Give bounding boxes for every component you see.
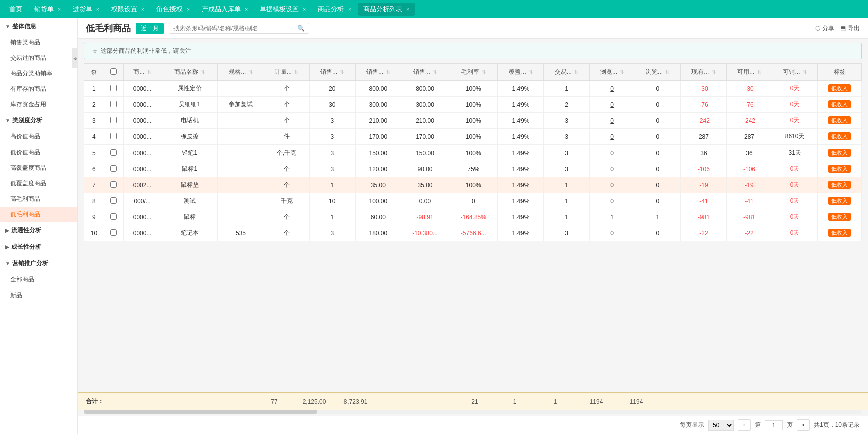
sidebar-item-traded-goods[interactable]: 交易过的商品: [0, 50, 77, 66]
search-input[interactable]: [173, 25, 295, 32]
cell-checkbox[interactable]: [104, 161, 123, 177]
sidebar-item-all-goods[interactable]: 全部商品: [0, 272, 77, 287]
sidebar-item-stock-capital[interactable]: 库存资金占用: [0, 97, 77, 112]
th-checkbox[interactable]: [104, 64, 123, 81]
row-checkbox[interactable]: [110, 149, 117, 156]
cell-checkbox[interactable]: [104, 177, 123, 193]
per-page-select[interactable]: 50 20 100: [708, 420, 734, 431]
cell-browse-link[interactable]: 0: [589, 193, 635, 209]
sidebar-item-high-coverage[interactable]: 高覆盖度商品: [0, 160, 77, 176]
select-all-checkbox[interactable]: [110, 68, 117, 75]
tag-badge: 低收入: [828, 197, 851, 205]
nav-product-inbound[interactable]: 产成品入库单 ×: [197, 3, 253, 16]
nav-permissions[interactable]: 权限设置 ×: [106, 3, 149, 16]
close-analysis-icon[interactable]: ×: [348, 6, 351, 12]
nav-product-analysis-list[interactable]: 商品分析列表 ×: [358, 3, 414, 16]
row-checkbox[interactable]: [110, 133, 117, 139]
cell-checkbox[interactable]: [104, 225, 123, 241]
th-amount[interactable]: 销售... ⇅: [355, 64, 401, 81]
th-profit[interactable]: 销售... ⇅: [401, 64, 449, 81]
row-checkbox[interactable]: [110, 213, 117, 220]
th-available[interactable]: 可用... ⇅: [726, 64, 772, 81]
row-checkbox[interactable]: [110, 85, 117, 91]
row-checkbox[interactable]: [110, 181, 117, 188]
row-checkbox[interactable]: [110, 197, 117, 204]
cell-checkbox[interactable]: [104, 113, 123, 129]
th-tag[interactable]: 标签: [818, 64, 862, 81]
cell-browse-link[interactable]: 0: [589, 145, 635, 161]
cell-browse-link[interactable]: 0: [589, 97, 635, 113]
sidebar-item-low-value[interactable]: 低价值商品: [0, 144, 77, 160]
th-settings[interactable]: ⚙: [84, 64, 104, 81]
current-page-input[interactable]: [765, 420, 783, 430]
cell-checkbox[interactable]: [104, 129, 123, 145]
th-trade[interactable]: 交易... ⇅: [544, 64, 589, 81]
sidebar-item-sales-goods[interactable]: 销售类商品: [0, 35, 77, 50]
close-purchase-icon[interactable]: ×: [96, 6, 99, 12]
close-permissions-icon[interactable]: ×: [141, 6, 144, 12]
cell-checkbox[interactable]: [104, 81, 123, 97]
th-days[interactable]: 可销... ⇅: [772, 64, 818, 81]
nav-product-analysis[interactable]: 商品分析 ×: [313, 3, 356, 16]
cell-browse-link[interactable]: 1: [589, 209, 635, 225]
sidebar-collapse-button[interactable]: ≪: [72, 48, 78, 68]
row-checkbox[interactable]: [110, 117, 117, 123]
th-stock[interactable]: 现有... ⇅: [680, 64, 726, 81]
sidebar-item-category-rate[interactable]: 商品分类助销率: [0, 66, 77, 81]
cell-browse-link[interactable]: 0: [589, 177, 635, 193]
sidebar-section-marketing[interactable]: ▼ 营销推广分析: [0, 255, 77, 272]
sidebar-item-high-margin[interactable]: 高毛利商品: [0, 191, 77, 207]
th-qty[interactable]: 销售... ⇅: [309, 64, 355, 81]
cell-browse-link[interactable]: 0: [589, 225, 635, 241]
close-template-icon[interactable]: ×: [303, 6, 306, 12]
cell-browse-link[interactable]: 0: [589, 113, 635, 129]
th-unit[interactable]: 计量... ⇅: [264, 64, 309, 81]
scrollbar-thumb[interactable]: [84, 410, 317, 414]
settings-icon[interactable]: ⚙: [91, 68, 97, 76]
sidebar-item-low-margin[interactable]: 低毛利商品: [0, 207, 77, 222]
cell-browse-link[interactable]: 0: [589, 161, 635, 177]
row-checkbox[interactable]: [110, 101, 117, 107]
cell-checkbox[interactable]: [104, 193, 123, 209]
sidebar-section-liquidity[interactable]: ▶ 流通性分析: [0, 222, 77, 239]
nav-sales[interactable]: 销货单 ×: [29, 3, 66, 16]
th-spec[interactable]: 规格... ⇅: [218, 64, 264, 81]
export-button[interactable]: ⬒ 导出: [840, 24, 860, 33]
close-sales-icon[interactable]: ×: [58, 6, 61, 12]
nav-purchase[interactable]: 进货单 ×: [68, 3, 104, 16]
cell-profit-rate: 100%: [449, 129, 498, 145]
nav-template[interactable]: 单据模板设置 ×: [255, 3, 311, 16]
search-icon[interactable]: 🔍: [297, 25, 305, 32]
row-checkbox[interactable]: [110, 165, 117, 172]
nav-home[interactable]: 首页: [4, 3, 27, 16]
cell-checkbox[interactable]: [104, 145, 123, 161]
th-browse[interactable]: 浏览... ⇅: [635, 64, 680, 81]
close-roles-icon[interactable]: ×: [187, 6, 190, 12]
close-product-icon[interactable]: ×: [245, 6, 248, 12]
th-browse-link[interactable]: 浏览... ⇅: [589, 64, 635, 81]
share-button[interactable]: ⬡ 分享: [815, 24, 834, 33]
cell-browse-link[interactable]: 0: [589, 129, 635, 145]
period-button[interactable]: 近一月: [136, 23, 164, 34]
sidebar-item-high-value[interactable]: 高价值商品: [0, 129, 77, 144]
sidebar-item-stock-goods[interactable]: 有库存的商品: [0, 81, 77, 97]
cell-checkbox[interactable]: [104, 209, 123, 225]
th-code[interactable]: 商... ⇅: [124, 64, 161, 81]
th-name[interactable]: 商品名称 ⇅: [161, 64, 218, 81]
sidebar-item-low-coverage[interactable]: 低覆盖度商品: [0, 176, 77, 191]
sidebar-section-overall[interactable]: ▼ 整体信息: [0, 18, 77, 35]
cell-checkbox[interactable]: [104, 97, 123, 113]
prev-page-button[interactable]: ＜: [738, 419, 751, 431]
sidebar-section-category[interactable]: ▼ 类别度分析: [0, 112, 77, 129]
next-page-button[interactable]: ＞: [797, 419, 810, 431]
nav-roles[interactable]: 角色授权 ×: [151, 3, 195, 16]
close-analysis-list-icon[interactable]: ×: [406, 6, 409, 12]
th-profit-rate[interactable]: 毛利率 ⇅: [449, 64, 498, 81]
cell-browse-link[interactable]: 0: [589, 81, 635, 97]
th-coverage[interactable]: 覆盖... ⇅: [498, 64, 544, 81]
cell-days: 0天: [772, 177, 818, 193]
row-checkbox[interactable]: [110, 229, 117, 236]
sidebar-section-growth[interactable]: ▶ 成长性分析: [0, 239, 77, 255]
horizontal-scrollbar[interactable]: [84, 410, 862, 414]
sidebar-item-new-goods[interactable]: 新品: [0, 287, 77, 303]
